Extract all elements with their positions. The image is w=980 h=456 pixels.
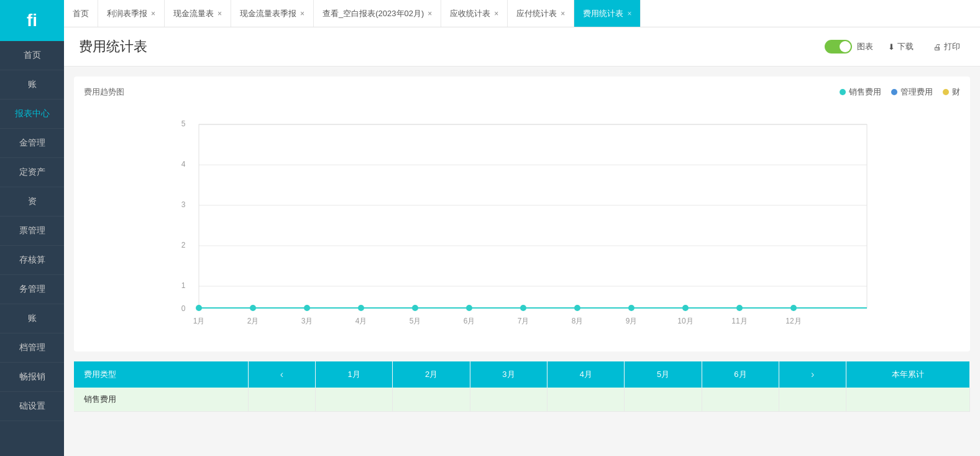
svg-text:2: 2 [181, 241, 186, 249]
svg-point-24 [790, 305, 797, 311]
col-prev[interactable]: ‹ [248, 361, 315, 388]
chart-toggle[interactable] [825, 40, 852, 54]
col-next[interactable]: › [779, 361, 846, 388]
sidebar-item-finance[interactable]: 金管理 [0, 129, 64, 158]
cell-sales-m1 [316, 388, 393, 412]
svg-text:5: 5 [181, 119, 186, 128]
print-button[interactable]: 🖨 打印 [928, 39, 965, 55]
col-month-5: 5月 [625, 361, 702, 388]
tab-home[interactable]: 首页 [64, 0, 98, 27]
cell-sales-spacer [248, 388, 315, 412]
table-header-row: 费用类型 ‹ 1月 2月 3月 4月 5月 6月 › [74, 361, 970, 388]
close-tab-payable[interactable]: × [561, 9, 565, 18]
sidebar-item-capital[interactable]: 资 [0, 187, 64, 216]
download-icon: ⬇ [888, 42, 895, 52]
svg-text:5月: 5月 [410, 317, 421, 325]
close-tab-cashflow[interactable]: × [218, 9, 222, 18]
sidebar-logo: fi [0, 0, 64, 41]
svg-text:2月: 2月 [247, 317, 259, 325]
sidebar-item-assets[interactable]: 定资产 [0, 158, 64, 187]
tab-payable[interactable]: 应付统计表 × [508, 0, 574, 27]
sidebar-item-settings[interactable]: 础设置 [0, 392, 64, 421]
tab-cashflow[interactable]: 现金流量表 × [165, 0, 231, 27]
svg-point-22 [682, 305, 689, 311]
sidebar-item-invoice[interactable]: 票管理 [0, 216, 64, 246]
col-month-1: 1月 [316, 361, 393, 388]
sidebar-item-service[interactable]: 务管理 [0, 275, 64, 304]
tab-expense-stats[interactable]: 费用统计表 × [574, 0, 641, 27]
svg-point-17 [412, 305, 418, 311]
chart-toggle-label: 图表 [857, 41, 873, 52]
svg-point-18 [466, 305, 472, 311]
chart-wrapper: 5 4 3 2 1 0 [84, 103, 960, 342]
svg-point-20 [574, 305, 580, 311]
print-icon: 🖨 [933, 42, 941, 52]
tab-blank-report[interactable]: 查看_空白报表(2023年02月) × [314, 0, 441, 27]
download-button[interactable]: ⬇ 下载 [883, 39, 918, 55]
svg-point-19 [520, 305, 526, 311]
next-arrow-icon[interactable]: › [808, 369, 817, 379]
svg-point-14 [250, 305, 256, 311]
cell-sales-m6 [702, 388, 779, 412]
table-row-sales: 销售费用 [74, 388, 970, 412]
close-tab-blank-report[interactable]: × [428, 9, 432, 18]
sidebar-item-archive[interactable]: 档管理 [0, 333, 64, 363]
main-area: 首页 利润表季报 × 现金流量表 × 现金流量表季报 × 查看_空白报表(202… [64, 0, 980, 456]
svg-text:4: 4 [181, 160, 186, 169]
sidebar-item-inventory[interactable]: 存核算 [0, 246, 64, 275]
chart-header: 费用趋势图 销售费用 管理费用 财 [84, 86, 960, 98]
sidebar-item-ledger[interactable]: 账 [0, 304, 64, 333]
svg-text:7月: 7月 [518, 317, 529, 325]
data-table: 费用类型 ‹ 1月 2月 3月 4月 5月 6月 › [74, 361, 970, 412]
legend-sales-label: 销售费用 [849, 86, 881, 98]
prev-arrow-icon[interactable]: ‹ [278, 369, 286, 379]
cell-sales-m4 [547, 388, 625, 412]
col-annual: 本年累计 [846, 361, 970, 388]
close-tab-cashflow-quarterly[interactable]: × [300, 9, 305, 18]
sidebar-item-reports[interactable]: 报表中心 [0, 100, 64, 129]
legend-finance-dot [943, 89, 949, 95]
close-tab-profit-quarterly[interactable]: × [151, 9, 155, 18]
svg-point-21 [628, 305, 634, 311]
svg-point-15 [304, 305, 310, 311]
cell-sales-annual [846, 388, 970, 412]
svg-text:1月: 1月 [193, 317, 205, 325]
chart-toggle-container: 图表 [825, 40, 873, 54]
sidebar-item-account[interactable]: 账 [0, 70, 64, 100]
chart-title: 费用趋势图 [84, 86, 124, 98]
svg-text:6月: 6月 [464, 317, 475, 325]
tab-cashflow-quarterly[interactable]: 现金流量表季报 × [231, 0, 314, 27]
svg-point-13 [196, 305, 202, 311]
tab-receivable[interactable]: 应收统计表 × [441, 0, 508, 27]
svg-point-23 [736, 305, 743, 311]
col-month-6: 6月 [702, 361, 779, 388]
close-tab-expense-stats[interactable]: × [627, 9, 631, 18]
chart-legend: 销售费用 管理费用 财 [840, 86, 960, 98]
cell-type-sales: 销售费用 [74, 388, 248, 412]
sidebar-item-home[interactable]: 首页 [0, 41, 64, 70]
legend-sales-dot [840, 89, 846, 95]
sidebar-item-expense[interactable]: 畅报销 [0, 363, 64, 392]
cell-sales-m5 [625, 388, 702, 412]
svg-point-16 [358, 305, 364, 311]
page-title: 费用统计表 [79, 37, 147, 56]
svg-text:0: 0 [181, 304, 186, 313]
tab-profit-quarterly[interactable]: 利润表季报 × [98, 0, 165, 27]
svg-text:3: 3 [181, 200, 186, 209]
close-tab-receivable[interactable]: × [494, 9, 498, 18]
sidebar: fi 首页 账 报表中心 金管理 定资产 资 票管理 存核算 务管理 账 档管理… [0, 0, 64, 456]
col-month-2: 2月 [393, 361, 470, 388]
svg-text:8月: 8月 [572, 317, 584, 325]
legend-admin: 管理费用 [891, 86, 933, 98]
col-month-4: 4月 [547, 361, 625, 388]
col-type: 费用类型 [74, 361, 248, 388]
legend-finance-label: 财 [952, 86, 960, 98]
cell-sales-spacer2 [779, 388, 846, 412]
col-month-3: 3月 [470, 361, 547, 388]
tab-bar: 首页 利润表季报 × 现金流量表 × 现金流量表季报 × 查看_空白报表(202… [64, 0, 980, 27]
legend-admin-dot [891, 89, 897, 95]
svg-text:1: 1 [181, 281, 186, 290]
svg-text:9月: 9月 [626, 317, 638, 325]
header-actions: 图表 ⬇ 下载 🖨 打印 [825, 39, 965, 55]
svg-text:10月: 10月 [677, 317, 693, 325]
